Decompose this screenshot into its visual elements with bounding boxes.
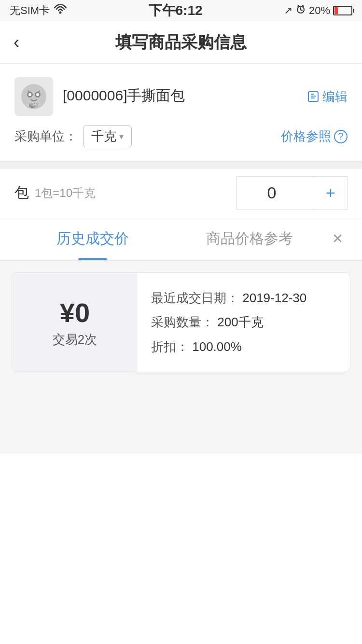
svg-line-4: [298, 5, 299, 6]
help-icon: ?: [334, 130, 348, 143]
location-icon: ↗: [284, 4, 292, 17]
battery-percent: 20%: [309, 4, 330, 17]
status-time: 下午6:12: [149, 1, 203, 20]
price-value: 0: [75, 297, 90, 328]
recent-date-row: 最近成交日期： 2019-12-30: [151, 289, 336, 307]
unit-value: 千克: [91, 128, 116, 145]
qty-conversion: 1包=10千克: [35, 185, 96, 201]
qty-plus-button[interactable]: +: [314, 176, 348, 210]
wifi-icon: [54, 4, 67, 17]
unit-select[interactable]: 千克 ▾: [83, 126, 132, 147]
discount-value: 100.00%: [192, 339, 242, 354]
deal-summary: ¥0 交易2次: [12, 273, 138, 372]
edit-label[interactable]: 编辑: [322, 88, 348, 105]
deal-details: 最近成交日期： 2019-12-30 采购数量： 200千克 折扣： 100.0…: [138, 273, 350, 372]
product-top: 鲲计 [0000006]手撕面包 编辑: [14, 77, 348, 116]
page-title: 填写商品采购信息: [115, 31, 247, 54]
tab-close-button[interactable]: ×: [328, 228, 348, 249]
quantity-label: 包 1包=10千克: [14, 183, 96, 203]
recent-date-value: 2019-12-30: [242, 291, 306, 305]
status-right: ↗ 20%: [284, 4, 352, 17]
quantity-input-group: +: [237, 176, 348, 210]
qty-unit: 包: [14, 183, 29, 203]
currency-symbol: ¥: [60, 297, 75, 328]
back-button[interactable]: ‹: [14, 34, 19, 51]
svg-line-5: [303, 5, 304, 6]
content-area: ¥0 交易2次 最近成交日期： 2019-12-30 采购数量： 200千克 折…: [0, 261, 362, 454]
svg-text:鲲计: 鲲计: [29, 103, 39, 108]
recent-date-label: 最近成交日期：: [151, 291, 239, 305]
deal-price: ¥0: [60, 297, 90, 328]
bottom-space: [0, 454, 362, 644]
tab-price-ref[interactable]: 商品价格参考: [171, 217, 327, 260]
edit-button[interactable]: 编辑: [307, 88, 348, 105]
quantity-row: 包 1包=10千克 +: [0, 169, 362, 217]
svg-point-10: [36, 93, 39, 96]
discount-row: 折扣： 100.00%: [151, 338, 336, 355]
nav-bar: ‹ 填写商品采购信息: [0, 21, 362, 64]
product-card: 鲲计 [0000006]手撕面包 编辑 采购单位： 千克 ▾ 价格参: [0, 64, 362, 161]
quantity-input[interactable]: [237, 176, 314, 210]
price-ref-label: 价格参照: [281, 128, 331, 145]
purchase-unit-label: 采购单位：: [14, 128, 77, 145]
product-thumbnail: 鲲计: [14, 77, 53, 116]
price-ref-button[interactable]: 价格参照 ?: [281, 128, 348, 145]
deal-card: ¥0 交易2次 最近成交日期： 2019-12-30 采购数量： 200千克 折…: [12, 272, 350, 372]
purchase-unit: 采购单位： 千克 ▾: [14, 126, 132, 147]
svg-point-0: [59, 12, 62, 14]
product-bottom: 采购单位： 千克 ▾ 价格参照 ?: [14, 126, 348, 147]
section-divider: [0, 161, 362, 169]
chevron-down-icon: ▾: [119, 131, 124, 142]
tab-history-price[interactable]: 历史成交价: [14, 217, 171, 260]
status-left: 无SIM卡: [10, 3, 67, 18]
deal-transaction-count: 交易2次: [53, 331, 97, 348]
discount-label: 折扣：: [151, 339, 189, 354]
purchase-qty-value: 200千克: [217, 315, 263, 329]
purchase-qty-label: 采购数量：: [151, 315, 214, 329]
purchase-qty-row: 采购数量： 200千克: [151, 313, 336, 331]
svg-point-9: [28, 93, 31, 96]
battery-icon: [333, 6, 352, 15]
product-name: [0000006]手撕面包: [63, 86, 348, 106]
product-info: [0000006]手撕面包: [63, 86, 348, 108]
svg-line-3: [301, 10, 302, 11]
status-bar: 无SIM卡 下午6:12 ↗ 20%: [0, 0, 362, 21]
tabs-bar: 历史成交价 商品价格参考 ×: [0, 217, 362, 261]
carrier-label: 无SIM卡: [10, 3, 50, 18]
alarm-icon: [295, 4, 306, 17]
tab-history-label: 历史成交价: [56, 229, 129, 249]
tab-price-ref-label: 商品价格参考: [206, 229, 293, 249]
